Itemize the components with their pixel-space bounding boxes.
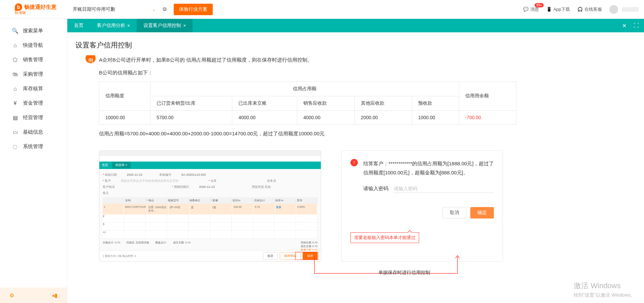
page-body: 设置客户信用控制 例 A企对B公司进行开单时，如果B公司的 信用占用额超过了信用… xyxy=(67,32,644,303)
dialog-message: 结算客户：************的信用占用额为[1888.00元]，超过了信用… xyxy=(363,159,494,177)
th-sub-4: 预收款 xyxy=(412,96,459,110)
chat-icon: 💬 xyxy=(523,7,529,12)
logo-icon: b xyxy=(15,3,22,11)
close-icon[interactable]: × xyxy=(183,23,186,28)
th-sub-1: 已出库未立账 xyxy=(232,96,297,110)
sidebar-item-system[interactable]: ◌系统管理 xyxy=(0,139,67,154)
mock-cancel-button: 放弃 xyxy=(263,252,278,260)
th-sub-2: 销售应收款 xyxy=(297,96,354,110)
fullscreen-icon[interactable]: ⛶ xyxy=(631,20,642,31)
sidebar-footer: ⚙ ◂▮ xyxy=(0,288,67,303)
user-avatar[interactable] xyxy=(609,5,639,14)
th-limit: 信用额度 xyxy=(99,81,150,110)
sidebar-item-operation[interactable]: ▤经营管理 xyxy=(0,110,67,125)
example-text: A企对B公司进行开单时，如果B公司的 信用占用额超过了信用额度，则在保存时进行信… xyxy=(99,55,312,65)
sidebar-item-basicinfo[interactable]: ▭基础信息 xyxy=(0,125,67,139)
phone-icon: 📱 xyxy=(546,7,552,12)
calculation-line: 信用占用额=5700.00+4000.00+4000.00+2000.00-10… xyxy=(99,131,631,137)
sidebar-label: 资金管理 xyxy=(23,100,43,106)
sidebar-label: 基础信息 xyxy=(23,129,43,135)
mock-tab: 销货单 × xyxy=(112,162,131,168)
credit-table: 信用额度 信用占用额 信用用余额 已订货未销货/出库 已出库未立账 销售应收款 … xyxy=(99,81,516,125)
sidebar-item-funds[interactable]: ¥资金管理 xyxy=(0,96,67,110)
sidebar-item-purchase[interactable]: 🛍采购管理 xyxy=(0,67,67,81)
password-label: 请输入密码 xyxy=(363,186,388,192)
cell: 2000.00 xyxy=(354,110,412,124)
connector-caption: 单据保存时进行信用控制 xyxy=(378,270,430,276)
password-input[interactable] xyxy=(393,184,494,193)
tab-credit-analysis[interactable]: 客户信用分析× xyxy=(90,19,137,32)
account-selector[interactable]: 开账日期可停用可删 ⌄ xyxy=(73,6,156,12)
note-bubble: 需要老板输入密码本单才能通过 xyxy=(350,232,419,243)
sidebar-label: 快捷导航 xyxy=(23,42,43,48)
dialog-cancel-button[interactable]: 取消 xyxy=(443,207,466,218)
sidebar-item-quicknav[interactable]: ⌂快捷导航 xyxy=(0,38,67,53)
experience-industry-button[interactable]: 体验行业方案 xyxy=(174,4,213,15)
online-service-button[interactable]: 🎧 在线客服 xyxy=(577,6,602,12)
warehouse-icon: ⌂ xyxy=(12,86,18,92)
yen-icon: ¥ xyxy=(12,100,18,106)
tag-icon: ⬠ xyxy=(12,57,18,63)
tab-close-button[interactable]: ✕ xyxy=(618,20,630,31)
online-service-label: 在线客服 xyxy=(584,6,602,12)
sidebar-label: 经营管理 xyxy=(23,114,43,121)
doc-icon: ▤ xyxy=(12,115,18,121)
dialog-ok-button[interactable]: 确定 xyxy=(470,207,494,218)
sidebar-item-sales[interactable]: ⬠销售管理 xyxy=(0,53,67,67)
app-download-button[interactable]: 📱 App下载 xyxy=(546,6,570,12)
save-highlight-box xyxy=(295,252,318,260)
sidebar-label: 搜索菜单 xyxy=(23,28,43,34)
th-sub-3: 其他应收款 xyxy=(354,96,412,110)
th-balance: 信用用余额 xyxy=(459,81,516,110)
page-title: 设置客户信用控制 xyxy=(75,40,644,50)
brand-logo: b 畅捷通好生意 标准版 xyxy=(5,3,66,15)
avatar-name-placeholder xyxy=(622,7,639,12)
tab-credit-control[interactable]: 设置客户信用控制× xyxy=(137,19,193,32)
th-sub-0: 已订货未销货/出库 xyxy=(150,96,232,110)
cell: 10000.00 xyxy=(99,110,150,124)
cell: 4000.00 xyxy=(232,110,297,124)
cell: 1000.00 xyxy=(412,110,459,124)
sidebar-item-search[interactable]: 🔍搜索菜单 xyxy=(0,24,67,38)
tab-home[interactable]: 首页 xyxy=(67,19,90,32)
home-icon: ⌂ xyxy=(12,42,18,48)
cell: 5700.00 xyxy=(150,110,232,124)
sidebar-label: 销售管理 xyxy=(23,57,43,63)
card-icon: ▭ xyxy=(12,129,18,135)
refresh-icon: ◌ xyxy=(12,144,18,150)
app-download-label: App下载 xyxy=(553,6,570,12)
main-area: 首页 客户信用分析× 设置客户信用控制× ✕ ⛶ 设置客户信用控制 例 A企对B… xyxy=(67,19,644,303)
sidebar-label: 库存核算 xyxy=(23,86,43,92)
messages-badge: 99+ xyxy=(535,3,544,7)
tab-strip: 首页 客户信用分析× 设置客户信用控制× ✕ ⛶ xyxy=(67,19,644,32)
illustration-row: 首页销货单 × 单据日期2020-11-13单据编号SA-20201113-00… xyxy=(99,150,631,262)
cell-negative: -700.00 xyxy=(459,110,516,124)
sidebar-label: 采购管理 xyxy=(23,71,43,77)
header-right: 💬 消息 99+ 📱 App下载 🎧 在线客服 xyxy=(523,5,639,14)
settings-icon[interactable]: ⚙ xyxy=(9,292,14,299)
sidebar-label: 系统管理 xyxy=(23,143,43,150)
chevron-down-icon: ⌄ xyxy=(152,7,156,12)
sidebar-item-inventory[interactable]: ⌂库存核算 xyxy=(0,81,67,96)
content-scroll[interactable]: 例 A企对B公司进行开单时，如果B公司的 信用占用额超过了信用额度，则在保存时进… xyxy=(75,55,641,303)
table-row: 10000.00 5700.00 4000.00 4000.00 2000.00… xyxy=(99,110,516,124)
account-selector-label: 开账日期可停用可删 xyxy=(73,6,115,12)
app-header: b 畅捷通好生意 标准版 开账日期可停用可删 ⌄ ⚙ 体验行业方案 💬 消息 9… xyxy=(0,0,644,19)
gear-icon[interactable]: ⚙ xyxy=(162,6,167,12)
tab-label: 首页 xyxy=(74,23,83,29)
sub-line: B公司的信用额占如下： xyxy=(99,70,631,76)
bag-icon: 🛍 xyxy=(12,71,18,77)
cell: 4000.00 xyxy=(297,110,354,124)
messages-button[interactable]: 💬 消息 99+ xyxy=(523,6,539,12)
example-row: 例 A企对B公司进行开单时，如果B公司的 信用占用额超过了信用额度，则在保存时进… xyxy=(86,55,631,65)
avatar-icon xyxy=(609,5,618,14)
th-usage-group: 信用占用额 xyxy=(150,81,459,96)
credit-dialog: ! 结算客户：************的信用占用额为[1888.00元]，超过了… xyxy=(341,150,503,262)
sidebar: 🔍搜索菜单 ⌂快捷导航 ⬠销售管理 🛍采购管理 ⌂库存核算 ¥资金管理 ▤经营管… xyxy=(0,19,67,303)
example-badge-icon: 例 xyxy=(86,55,96,63)
tab-label: 客户信用分析 xyxy=(97,23,125,29)
collapse-icon[interactable]: ◂▮ xyxy=(52,292,58,299)
brand-name: 畅捷通好生意 xyxy=(24,4,57,11)
tab-label: 设置客户信用控制 xyxy=(143,23,181,29)
close-icon[interactable]: × xyxy=(127,23,130,28)
